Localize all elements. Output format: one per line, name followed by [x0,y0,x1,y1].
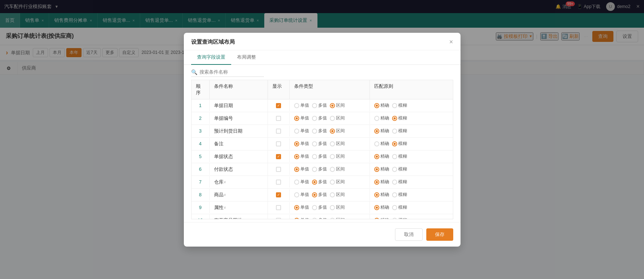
modal-overlay: 设置查询区域布局 × 查询字段设置 布局调整 🔍 顺序 条件名称 显示 [0,0,644,75]
modal-tab-layout[interactable]: 布局调整 [231,50,262,65]
modal-search-area: 🔍 [184,65,461,75]
search-input[interactable] [199,69,264,75]
search-icon: 🔍 [191,69,197,75]
modal-close-button[interactable]: × [449,39,453,45]
modal-tab-query-fields[interactable]: 查询字段设置 [191,50,231,65]
modal-header: 设置查询区域布局 × [184,33,461,50]
modal-title: 设置查询区域布局 [191,39,235,46]
modal-dialog: 设置查询区域布局 × 查询字段设置 布局调整 🔍 顺序 条件名称 显示 [184,33,461,75]
modal-tabs: 查询字段设置 布局调整 [184,50,461,65]
search-wrapper: 🔍 [191,69,264,75]
